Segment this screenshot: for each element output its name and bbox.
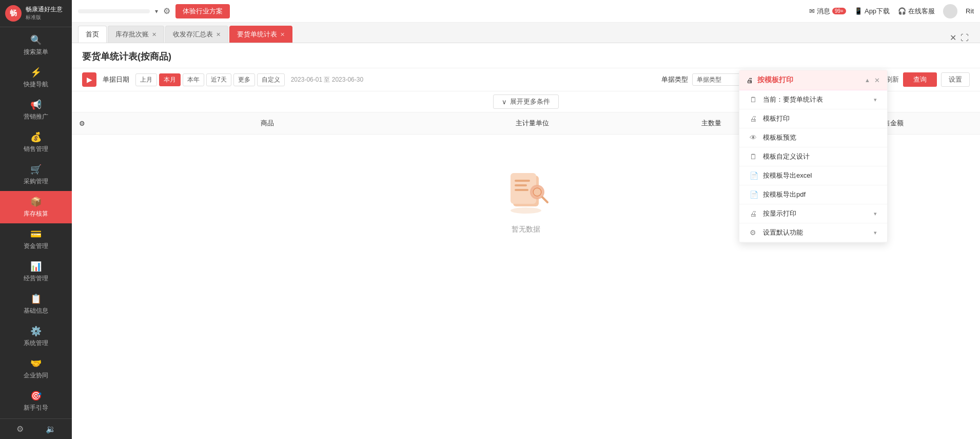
col-product: 商品 [92,117,442,130]
template-custom-label: 模板自定义设计 [763,152,810,161]
tab-close-collection[interactable]: ✕ [216,31,221,38]
expand-conditions-button[interactable]: ∨ 展开更多条件 [493,94,559,109]
main-content: 要货单统计表(按商品) ▶ 单据日期 上月本月本年近7天更多自定义 2023-0… [72,43,980,439]
svg-rect-4 [515,184,527,186]
sidebar-item-newbie[interactable]: 🎯新手引导 [0,385,72,417]
app-download-label: App下载 [865,7,890,16]
display-arrow-icon: ▾ [874,211,877,217]
date-btn-上月[interactable]: 上月 [135,73,157,86]
topbar-right: ✉ 消息 99+ 📱 App下载 🎧 在线客服 Rit [809,4,974,18]
message-icon: ✉ [809,7,815,15]
sidebar-item-label: 快捷导航 [24,80,48,89]
search-box[interactable] [78,9,150,13]
operation-icon: 📊 [30,261,42,272]
template-print-label: 模板打印 [763,114,790,123]
sidebar-item-search[interactable]: 🔍搜索菜单 [0,29,72,62]
date-btn-本月[interactable]: 本月 [159,73,181,86]
window-close-icon[interactable]: ✕ [950,33,956,43]
avatar[interactable] [943,4,957,18]
app-download-icon: 📱 [854,7,863,15]
default-func-label: 设置默认功能 [763,228,803,237]
sidebar-item-system[interactable]: ⚙️系统管理 [0,320,72,353]
topbar-gear-icon[interactable]: ⚙ [163,6,170,16]
expand-label: 展开更多条件 [510,97,550,106]
sidebar-item-finance[interactable]: 💳资金管理 [0,223,72,256]
tab-close-batch[interactable]: ✕ [152,31,156,38]
tab-collection[interactable]: 收发存汇总表✕ [165,26,228,43]
template-pdf-label: 按模板导出pdf [763,190,806,199]
empty-icon [500,165,552,217]
date-buttons: 上月本月本年近7天更多自定义 [135,73,285,86]
online-service-label: 在线客服 [908,7,935,16]
main-area: ▾ ⚙ 体验行业方案 ✉ 消息 99+ 📱 App下载 🎧 在线客服 Rit 首… [72,0,980,439]
tab-label-batch: 库存批次账 [115,30,149,39]
sidebar-item-shortcut[interactable]: ⚡快捷导航 [0,62,72,94]
tab-order-stat[interactable]: 要货单统计表✕ [229,26,292,43]
sidebar-item-label: 搜索菜单 [24,48,48,56]
sound-icon[interactable]: 🔉 [46,424,56,434]
type-label: 单据类型 [661,75,688,84]
tab-label-home: 首页 [86,30,99,39]
sidebar-item-operation[interactable]: 📊经营管理 [0,256,72,288]
setting-button[interactable]: 设置 [941,72,970,87]
filter-expand-icon[interactable]: ▶ [82,72,96,87]
sidebar-item-purchase[interactable]: 🛒采购管理 [0,159,72,191]
template-excel-item[interactable]: 📄 按模板导出excel [739,166,887,185]
svg-point-0 [511,207,541,214]
online-service-item[interactable]: 🎧 在线客服 [898,7,935,16]
message-item[interactable]: ✉ 消息 99+ [809,7,846,16]
topbar-dropdown[interactable]: ▾ [155,8,158,15]
sidebar-item-marketing[interactable]: 📢营销推广 [0,94,72,126]
date-btn-自定义[interactable]: 自定义 [257,73,285,86]
expand-arrow-icon: ∨ [502,98,507,106]
trial-button[interactable]: 体验行业方案 [175,4,230,18]
tab-batch[interactable]: 库存批次账✕ [108,26,164,43]
col-settings[interactable]: ⚙ [72,118,92,129]
topbar: ▾ ⚙ 体验行业方案 ✉ 消息 99+ 📱 App下载 🎧 在线客服 Rit [72,0,980,23]
date-btn-近7天[interactable]: 近7天 [206,73,231,86]
settings-icon[interactable]: ⚙ [16,424,24,434]
template-print-item[interactable]: 🖨 模板打印 [739,109,887,128]
default-func-item[interactable]: ⚙ 设置默认功能 ▾ [739,223,887,242]
current-template-item[interactable]: 🗒 当前：要货单统计表 ▾ [739,90,887,109]
empty-text: 暂无数据 [512,225,540,234]
print-dropdown-header[interactable]: 🖨 按模板打印 ▲ ✕ [739,70,887,90]
sidebar-bottom: ⚙ 🔉 [0,418,72,439]
tab-close-order-stat[interactable]: ✕ [280,31,285,38]
date-btn-更多[interactable]: 更多 [233,73,255,86]
sidebar-item-label: 企业协同 [24,371,48,380]
sidebar-nav: 🔍搜索菜单⚡快捷导航📢营销推广💰销售管理🛒采购管理📦库存核算💳资金管理📊经营管理… [0,27,72,418]
template-preview-item[interactable]: 👁 模板板预览 [739,128,887,147]
tab-label-collection: 收发存汇总表 [173,30,213,39]
template-custom-item[interactable]: 🗒 模板自定义设计 [739,147,887,166]
purchase-icon: 🛒 [30,164,42,175]
sidebar-item-basic[interactable]: 📋基础信息 [0,288,72,320]
template-pdf-icon: 📄 [750,190,758,199]
sidebar-item-label: 销售管理 [24,145,48,154]
app-version: 标准版 [26,14,63,21]
date-btn-本年[interactable]: 本年 [183,73,204,86]
print-dropdown: 🖨 按模板打印 ▲ ✕ 🗒 当前：要货单统计表 ▾ 🖨 模板打印 👁 模板板预览… [739,70,888,243]
inventory-icon: 📦 [30,196,42,207]
date-range-text: 2023-06-01 至 2023-06-30 [291,75,363,84]
tab-home[interactable]: 首页 [78,26,107,43]
sidebar-item-sales[interactable]: 💰销售管理 [0,126,72,159]
display-print-item[interactable]: 🖨 按显示打印 ▾ [739,204,887,223]
sales-icon: 💰 [30,131,42,143]
sidebar-item-inventory[interactable]: 📦库存核算 [0,191,72,223]
query-button[interactable]: 查询 [903,72,937,87]
display-print-icon: 🖨 [750,209,758,218]
header-chevron-up-icon: ▲ [865,77,870,83]
username-label: Rit [966,7,974,15]
marketing-icon: 📢 [30,99,42,110]
sidebar-item-collab[interactable]: 🤝企业协同 [0,353,72,385]
window-expand-icon[interactable]: ⛶ [961,33,969,43]
sidebar-logo: 畅 畅康通好生意 标准版 [0,0,72,27]
print-dropdown-close-icon[interactable]: ✕ [874,77,880,84]
sidebar-item-label: 新手引导 [24,404,48,412]
template-pdf-item[interactable]: 📄 按模板导出pdf [739,185,887,204]
template-custom-icon: 🗒 [750,152,758,161]
current-template-label: 当前：要货单统计表 [763,95,823,104]
app-download-item[interactable]: 📱 App下载 [854,7,890,16]
sidebar: 畅 畅康通好生意 标准版 🔍搜索菜单⚡快捷导航📢营销推广💰销售管理🛒采购管理📦库… [0,0,72,439]
